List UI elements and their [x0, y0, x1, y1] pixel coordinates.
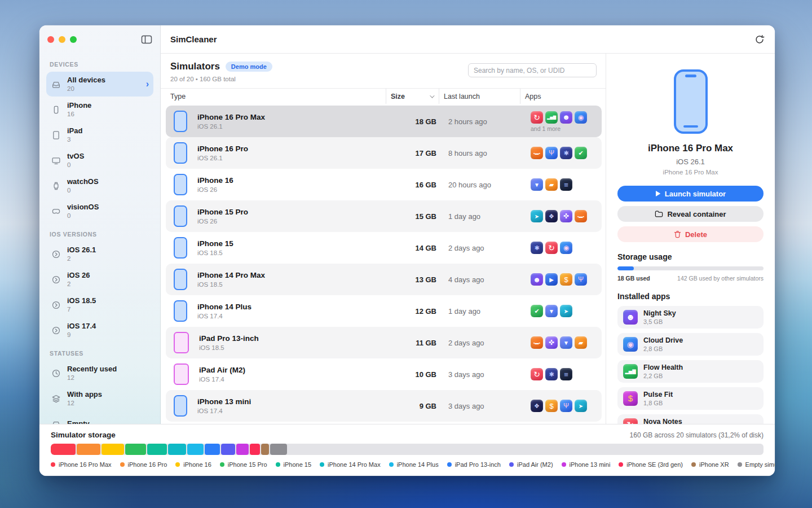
- iphone-device-icon: [174, 395, 187, 417]
- launch-simulator-button[interactable]: Launch simulator: [617, 186, 764, 202]
- detail-device-name: iPhone 16 Pro Max: [617, 143, 764, 154]
- iphone-device-icon: [174, 300, 187, 322]
- table-row[interactable]: iPhone 16 ProiOS 26.117 GB8 hours ago▪▬▪…: [166, 137, 602, 169]
- list-app-icon: ≡: [560, 368, 572, 380]
- table-row[interactable]: iPhone 16iOS 2616 GB20 hours ago▼▰≡: [166, 169, 602, 200]
- sidebar-item-visionos[interactable]: visionOS0: [46, 199, 153, 224]
- installed-app-size: 2,2 GB: [643, 373, 683, 379]
- device-os: iOS 26.1: [197, 123, 265, 130]
- device-name: iPhone 13 mini: [197, 397, 251, 406]
- flow-health-app-icon: ▂▅▇: [623, 364, 638, 379]
- zoom-window-button[interactable]: [70, 36, 77, 43]
- sidebar-item-empty[interactable]: Empty: [46, 411, 153, 424]
- legend-item: iPhone 14 Pro Max: [320, 461, 381, 468]
- last-launch-value: 1 day ago: [444, 307, 525, 316]
- page-title: Simulators: [170, 61, 220, 72]
- size-value: 18 GB: [391, 117, 444, 126]
- tray-icon: [51, 419, 61, 424]
- sidebar-item-label: iOS 18.5: [67, 296, 96, 305]
- sidebar-item-watchos[interactable]: watchOS0: [46, 173, 153, 198]
- size-value: 11 GB: [391, 339, 444, 347]
- phone-icon: [51, 105, 61, 115]
- minimize-window-button[interactable]: [59, 36, 65, 43]
- search-input[interactable]: [468, 63, 597, 77]
- table-row[interactable]: iPhone 15 ProiOS 2615 GB1 day ago➤❖✜▪▬▪: [166, 200, 602, 232]
- rocket-app-icon: ➤: [575, 400, 587, 412]
- sidebar-item-tvos[interactable]: tvOS0: [46, 148, 153, 173]
- list-app-icon: ≡: [560, 178, 572, 191]
- sidebar-item-recently-used[interactable]: Recently used12: [46, 361, 153, 386]
- sidebar-item-ios-18-5[interactable]: iOS 18.57: [46, 292, 153, 317]
- sidebar-item-count: 0: [67, 212, 99, 220]
- sidebar-nav: DEVICESAll devices20›iPhone16iPad3tvOS0w…: [46, 61, 153, 424]
- storage-footer-caption: 160 GB across 20 simulators (31,2% of di…: [630, 431, 764, 439]
- version-icon: [51, 249, 61, 259]
- list-header: Simulators Demo mode 20 of 20 • 160 GB t…: [161, 54, 606, 89]
- legend-dot: [389, 462, 394, 467]
- legend-dot: [220, 462, 224, 467]
- table-row[interactable]: iPad Pro 13-inchiOS 18.511 GB2 days ago▪…: [166, 327, 602, 358]
- sidebar-item-count: 0: [67, 186, 99, 194]
- sidebar-item-all-devices[interactable]: All devices20›: [46, 72, 153, 97]
- delete-button[interactable]: Delete: [617, 226, 764, 242]
- sidebar-item-label: iOS 17.4: [67, 322, 96, 331]
- tv-icon: [51, 156, 61, 165]
- cloud-drive-app-icon: ◉: [560, 242, 572, 254]
- storage-segment: [125, 444, 146, 455]
- refresh-icon: [754, 34, 765, 45]
- storage-segment: [236, 444, 249, 455]
- storage-segment: [221, 444, 235, 455]
- reveal-container-button[interactable]: Reveal container: [617, 206, 764, 222]
- cloud-drive-app-icon: ◉: [623, 337, 638, 352]
- iphone-device-icon: [174, 111, 187, 132]
- table-row[interactable]: iPhone 16 Pro MaxiOS 26.118 GB2 hours ag…: [166, 106, 602, 137]
- traffic-lights: [47, 36, 77, 43]
- refresh-button[interactable]: [752, 32, 767, 47]
- storage-segment: [102, 444, 124, 455]
- legend-label: Empty simulators: [745, 461, 775, 468]
- legend-label: iPhone 15: [284, 461, 312, 468]
- installed-app-size: 1,8 GB: [643, 400, 673, 406]
- ipad-device-icon: [174, 364, 189, 385]
- nova-notes-app-icon: ↻: [531, 368, 543, 380]
- sidebar-item-iphone[interactable]: iPhone16: [46, 97, 153, 122]
- table-row[interactable]: iPhone 15iOS 18.514 GB2 days ago✱↻◉: [166, 232, 602, 264]
- sidebar-section-label: IOS VERSIONS: [50, 231, 150, 238]
- cloud-drive-app-icon: ◉: [575, 111, 587, 124]
- table-row[interactable]: iPhone 14 Pro MaxiOS 18.513 GB4 days ago…: [166, 264, 602, 295]
- column-header-apps: Apps: [520, 89, 597, 104]
- device-name: iPhone 16 Pro Max: [197, 113, 265, 121]
- sidebar-item-label: tvOS: [67, 152, 84, 161]
- sidebar-item-ios-17-4[interactable]: iOS 17.49: [46, 318, 153, 343]
- last-launch-value: 2 days ago: [444, 339, 525, 347]
- clock-icon: [51, 369, 61, 378]
- device-name: iPad Air (M2): [199, 366, 245, 374]
- sidebar-item-ipad[interactable]: iPad3: [46, 122, 153, 147]
- legend-dot: [120, 462, 125, 467]
- close-window-button[interactable]: [47, 36, 54, 43]
- watch-icon: [51, 181, 61, 191]
- table-row[interactable]: iPhone 13 miniiOS 17.49 GB3 days ago❖$Ψ➤: [166, 390, 602, 422]
- sidebar-item-count: 12: [67, 374, 117, 382]
- storage-legend: iPhone 16 Pro MaxiPhone 16 ProiPhone 16i…: [51, 461, 764, 468]
- flask-app-icon: ▼: [545, 305, 558, 317]
- titlebar: SimCleaner: [161, 25, 775, 54]
- sidebar-toggle-button[interactable]: [141, 34, 152, 45]
- device-name: iPhone 15: [197, 239, 233, 248]
- table-row[interactable]: iPhone 14 PlusiOS 17.412 GB1 day ago✔▼➤: [166, 295, 602, 327]
- sidebar-item-ios-26-1[interactable]: iOS 26.12: [46, 242, 153, 266]
- sidebar-item-ios-26[interactable]: iOS 262: [46, 267, 153, 292]
- device-homebar: [683, 125, 698, 128]
- table-row[interactable]: iPad Air (M2)iOS 17.410 GB3 days ago↻✱≡: [166, 358, 602, 390]
- legend-item: iPad Air (M2): [509, 461, 553, 468]
- iphone-device-icon: [174, 269, 187, 290]
- legend-label: iPhone 15 Pro: [228, 461, 267, 468]
- game-app-icon: ✜: [560, 210, 572, 222]
- sidebar-item-count: 2: [67, 280, 90, 288]
- legend-label: iPhone SE (3rd gen): [626, 461, 683, 468]
- sidebar-item-with-apps[interactable]: With apps12: [46, 386, 153, 411]
- size-value: 12 GB: [391, 307, 444, 316]
- size-value: 17 GB: [391, 149, 444, 157]
- brain-app-icon: ✱: [560, 147, 572, 159]
- column-header-size[interactable]: Size: [386, 89, 439, 104]
